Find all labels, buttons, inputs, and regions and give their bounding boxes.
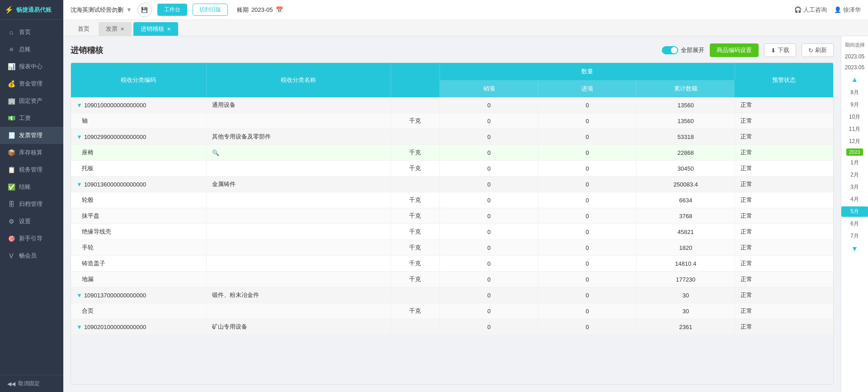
period-10[interactable]: 10月 bbox=[841, 112, 868, 122]
product-code-button[interactable]: 商品编码设置 bbox=[710, 43, 759, 57]
period-3[interactable]: 3月 bbox=[841, 182, 868, 192]
period-display: 账期 2023-05 📅 bbox=[237, 6, 283, 14]
sidebar-item-guide[interactable]: 🎯 新手引导 bbox=[0, 230, 63, 247]
support-button[interactable]: 🎧 人工咨询 bbox=[794, 6, 827, 14]
cell-unit bbox=[391, 129, 440, 145]
workbench-button[interactable]: 工作台 bbox=[157, 4, 187, 16]
period-1[interactable]: 1月 bbox=[841, 158, 868, 168]
save-button[interactable]: 💾 bbox=[137, 3, 152, 17]
period-8[interactable]: 8月 bbox=[841, 87, 868, 98]
company-selector[interactable]: 沈海英测试经营勿删 ▼ bbox=[71, 6, 132, 14]
tree-expand-icon[interactable]: ▼ bbox=[76, 292, 82, 299]
sidebar-item-fund[interactable]: 💰 资金管理 bbox=[0, 75, 63, 92]
cell-unit: 千克 bbox=[391, 303, 440, 319]
cell-status: 正常 bbox=[735, 240, 833, 256]
cell-purchase: 0 bbox=[538, 177, 637, 192]
cell-code: 合页 bbox=[71, 303, 206, 319]
page-actions: 全部展开 商品编码设置 ⬇ 下载 ↻ 刷新 bbox=[662, 43, 834, 57]
cell-sale: 0 bbox=[440, 177, 538, 192]
cell-sale: 0 bbox=[440, 272, 538, 287]
sidebar-item-home[interactable]: ⌂ 首页 bbox=[0, 24, 63, 41]
cell-unit bbox=[391, 287, 440, 303]
table-row: 抹平盘千克003768正常 bbox=[71, 208, 833, 224]
period-2023-05-1[interactable]: 2023.05 bbox=[841, 52, 868, 61]
cell-code: ▼1090201000000000000 bbox=[71, 319, 206, 335]
download-icon: ⬇ bbox=[771, 47, 776, 54]
sidebar-item-archive[interactable]: 🗄 归档管理 bbox=[0, 196, 63, 213]
cell-total: 177230 bbox=[637, 272, 735, 287]
cell-name bbox=[206, 240, 391, 256]
sidebar-label-stock: 库存核算 bbox=[19, 148, 42, 157]
cell-code: 手轮 bbox=[71, 240, 206, 256]
asset-icon: 🏢 bbox=[7, 97, 15, 105]
sidebar-item-invoice[interactable]: 🧾 发票管理 bbox=[0, 127, 63, 144]
period-5[interactable]: 5月 bbox=[841, 206, 868, 217]
download-button[interactable]: ⬇ 下载 bbox=[764, 43, 796, 57]
toggle-switch[interactable] bbox=[662, 46, 678, 54]
period-4[interactable]: 4月 bbox=[841, 194, 868, 205]
period-6[interactable]: 6月 bbox=[841, 219, 868, 229]
calendar-icon[interactable]: 📅 bbox=[276, 6, 283, 13]
user-icon: 👤 bbox=[834, 6, 841, 13]
guide-icon: 🎯 bbox=[7, 234, 15, 243]
sidebar-item-asset[interactable]: 🏢 固定资产 bbox=[0, 92, 63, 110]
sidebar-item-tax[interactable]: 📋 税务管理 bbox=[0, 161, 63, 178]
switch-version-button[interactable]: 切到旧版 bbox=[193, 4, 228, 16]
sidebar-item-report[interactable]: 📊 报表中心 bbox=[0, 58, 63, 75]
expand-all-toggle[interactable]: 全部展开 bbox=[662, 46, 704, 54]
content-main: 进销稽核 全部展开 商品编码设置 ⬇ 下载 ↻ 刷 bbox=[63, 36, 841, 392]
tree-expand-icon[interactable]: ▼ bbox=[76, 102, 82, 109]
sidebar-item-settle[interactable]: ✅ 结账 bbox=[0, 178, 63, 196]
sidebar-item-salary[interactable]: 💵 工资 bbox=[0, 110, 63, 127]
refresh-button[interactable]: ↻ 刷新 bbox=[802, 43, 834, 57]
sidebar-label-archive: 归档管理 bbox=[19, 200, 42, 208]
cell-total: 250083.4 bbox=[637, 177, 735, 192]
th-sale: 销项 bbox=[440, 80, 538, 97]
tree-expand-icon[interactable]: ▼ bbox=[76, 324, 82, 330]
tab-home[interactable]: 首页 bbox=[71, 22, 97, 36]
table-row: 手轮千克001820正常 bbox=[71, 240, 833, 256]
period-7[interactable]: 7月 bbox=[841, 231, 868, 241]
cell-purchase: 0 bbox=[538, 145, 637, 161]
period-11[interactable]: 11月 bbox=[841, 124, 868, 134]
tab-reconcile[interactable]: 进销稽核 ✕ bbox=[133, 22, 178, 36]
cell-total: 22868 bbox=[637, 145, 735, 161]
sidebar-unpin-button[interactable]: ◀◀ 取消固定 bbox=[0, 375, 63, 392]
period-up-arrow[interactable]: ▲ bbox=[849, 74, 860, 86]
tree-expand-icon[interactable]: ▼ bbox=[76, 181, 82, 188]
tab-invoice[interactable]: 发票 ✕ bbox=[99, 22, 132, 36]
period-value: 2023-05 bbox=[251, 6, 273, 13]
cell-code: 轴 bbox=[71, 113, 206, 129]
period-2[interactable]: 2月 bbox=[841, 170, 868, 180]
period-12[interactable]: 12月 bbox=[841, 136, 868, 147]
user-menu[interactable]: 👤 徐泽华 bbox=[834, 6, 861, 14]
tree-expand-icon[interactable]: ▼ bbox=[76, 134, 82, 140]
period-down-arrow[interactable]: ▼ bbox=[849, 243, 860, 255]
cell-name bbox=[206, 303, 391, 319]
sidebar-item-stock[interactable]: 📦 库存核算 bbox=[0, 144, 63, 161]
cell-code: 绝缘导线壳 bbox=[71, 224, 206, 240]
cell-status: 正常 bbox=[735, 256, 833, 272]
cell-sale: 0 bbox=[440, 319, 538, 335]
fund-icon: 💰 bbox=[7, 80, 15, 88]
stock-icon: 📦 bbox=[7, 148, 15, 157]
cell-unit: 千克 bbox=[391, 113, 440, 129]
sidebar-item-ledger[interactable]: ≡ 总账 bbox=[0, 41, 63, 58]
cell-code: ▼1090136000000000000 bbox=[71, 177, 206, 192]
period-9[interactable]: 9月 bbox=[841, 100, 868, 110]
cell-purchase: 0 bbox=[538, 303, 637, 319]
table-row: 绝缘导线壳千克0045821正常 bbox=[71, 224, 833, 240]
cell-status: 正常 bbox=[735, 145, 833, 161]
sidebar-label-ledger: 总账 bbox=[19, 45, 31, 53]
search-icon[interactable]: 🔍 bbox=[212, 149, 219, 156]
report-icon: 📊 bbox=[7, 62, 15, 71]
tab-reconcile-close[interactable]: ✕ bbox=[167, 26, 171, 32]
cell-name: 通用设备 bbox=[206, 97, 391, 113]
cell-purchase: 0 bbox=[538, 240, 637, 256]
tab-invoice-close[interactable]: ✕ bbox=[120, 26, 124, 32]
settings-icon: ⚙ bbox=[7, 217, 15, 225]
period-2023-05-2[interactable]: 2023.05 bbox=[841, 63, 868, 72]
cell-purchase: 0 bbox=[538, 129, 637, 145]
sidebar-item-member[interactable]: V 畅会员 bbox=[0, 247, 63, 264]
sidebar-item-settings[interactable]: ⚙ 设置 bbox=[0, 213, 63, 230]
